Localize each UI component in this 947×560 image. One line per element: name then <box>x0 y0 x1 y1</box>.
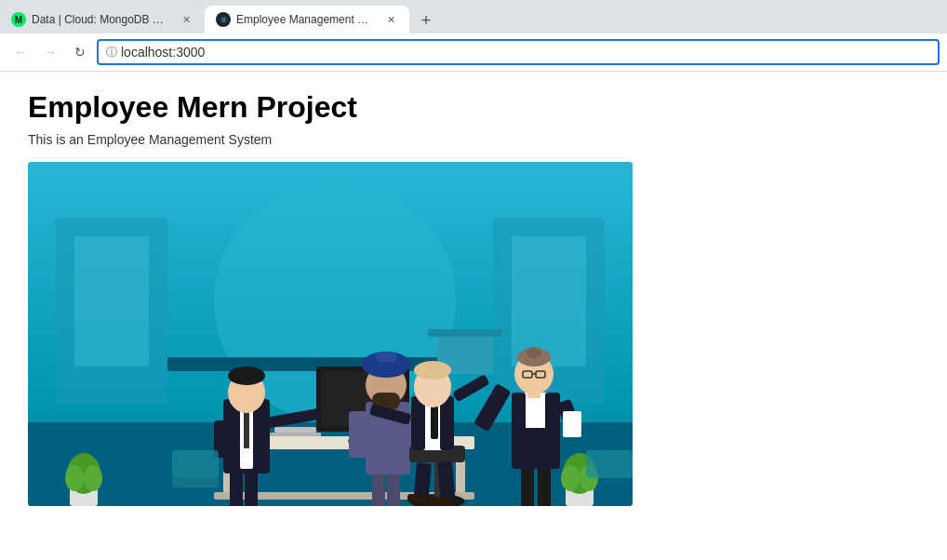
address-bar[interactable]: ⓘ localhost:3000 <box>97 39 940 65</box>
svg-point-38 <box>228 367 265 385</box>
tab-app[interactable]: ⚛ Employee Management System ✕ <box>205 6 409 33</box>
svg-rect-58 <box>430 497 450 505</box>
react-icon: ⚛ <box>216 12 231 27</box>
office-scene-svg <box>28 162 633 506</box>
svg-point-13 <box>65 465 84 491</box>
svg-rect-85 <box>172 450 219 478</box>
svg-rect-62 <box>431 402 438 439</box>
svg-rect-4 <box>74 236 149 367</box>
svg-rect-87 <box>586 450 633 478</box>
forward-button[interactable]: → <box>37 39 63 65</box>
svg-rect-29 <box>245 469 258 506</box>
browser-window: M Data | Cloud: MongoDB Cloud ✕ ⚛ Employ… <box>0 0 947 560</box>
tab-app-label: Employee Management System <box>236 13 374 26</box>
svg-rect-74 <box>545 393 560 458</box>
svg-rect-8 <box>428 329 502 337</box>
address-text: localhost:3000 <box>121 45 930 60</box>
svg-rect-89 <box>270 433 321 436</box>
tab-mongodb-close[interactable]: ✕ <box>179 12 193 27</box>
svg-point-81 <box>527 347 541 358</box>
svg-rect-88 <box>274 427 316 433</box>
svg-rect-57 <box>407 494 428 502</box>
svg-point-14 <box>84 465 102 491</box>
hero-image <box>28 162 633 506</box>
page-content: Employee Mern Project This is an Employe… <box>0 72 947 560</box>
svg-rect-77 <box>563 411 581 437</box>
mongodb-icon: M <box>11 12 26 27</box>
page-title: Employee Mern Project <box>28 90 919 125</box>
tab-app-close[interactable]: ✕ <box>383 12 398 27</box>
lock-icon: ⓘ <box>106 45 117 60</box>
tab-mongodb[interactable]: M Data | Cloud: MongoDB Cloud ✕ <box>0 6 205 33</box>
svg-rect-51 <box>376 353 396 362</box>
toolbar: ← → ↻ ⓘ localhost:3000 <box>0 33 947 72</box>
svg-rect-28 <box>230 469 243 506</box>
tab-bar: M Data | Cloud: MongoDB Cloud ✕ ⚛ Employ… <box>0 0 947 33</box>
svg-rect-34 <box>244 411 249 448</box>
svg-rect-44 <box>349 411 367 458</box>
page-subtitle: This is an Employee Management System <box>28 132 919 147</box>
svg-point-66 <box>414 361 451 380</box>
svg-rect-73 <box>512 393 526 458</box>
back-button[interactable]: ← <box>7 39 33 65</box>
new-tab-button[interactable]: + <box>413 7 439 33</box>
svg-point-18 <box>561 465 580 491</box>
svg-rect-86 <box>172 478 219 487</box>
tab-mongodb-label: Data | Cloud: MongoDB Cloud <box>32 13 169 26</box>
reload-button[interactable]: ↻ <box>67 39 93 65</box>
svg-rect-6 <box>512 236 586 367</box>
